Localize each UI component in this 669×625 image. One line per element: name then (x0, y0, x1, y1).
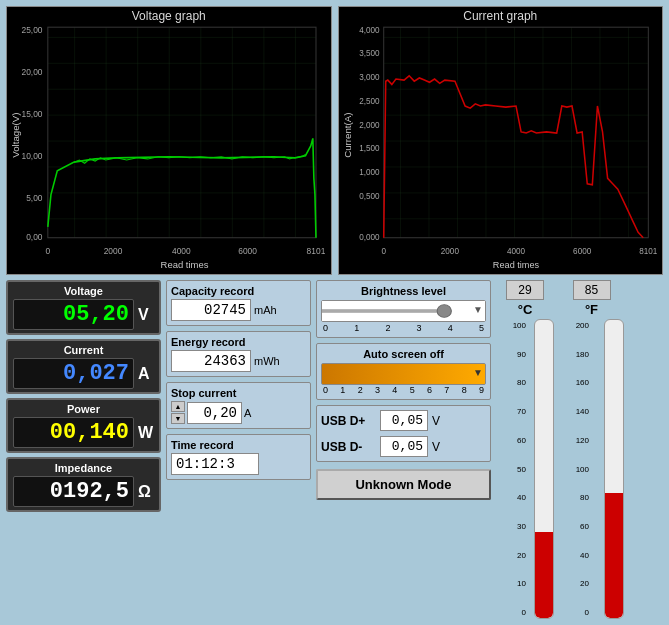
svg-text:4000: 4000 (506, 246, 524, 256)
auto-screen-label: Auto screen off (321, 348, 486, 360)
brightness-block: Brightness level ▼ 0 1 2 3 4 5 (316, 280, 491, 338)
celsius-tick-60: 60 (496, 436, 528, 445)
stop-current-down-btn[interactable]: ▼ (171, 413, 185, 424)
power-value-row: 00,140 W (13, 417, 154, 448)
svg-rect-0 (48, 27, 316, 238)
fahrenheit-scale: 200 180 160 140 120 100 80 60 40 20 0 (559, 319, 591, 619)
svg-rect-34 (322, 309, 444, 313)
svg-text:Read times: Read times (161, 259, 209, 270)
auto-screen-svg (322, 364, 485, 384)
celsius-tick-40: 40 (496, 493, 528, 502)
celsius-tick-90: 90 (496, 350, 528, 359)
stop-current-up-btn[interactable]: ▲ (171, 401, 185, 412)
svg-text:Voltage(V): Voltage(V) (11, 112, 21, 157)
usb-dminus-input[interactable] (380, 436, 428, 457)
svg-rect-15 (383, 27, 648, 238)
svg-rect-37 (322, 364, 485, 384)
usb-dminus-unit: V (432, 440, 440, 454)
capacity-input[interactable] (171, 299, 251, 321)
celsius-tick-20: 20 (496, 551, 528, 560)
fahrenheit-fill (605, 493, 623, 618)
voltage-graph-title: Voltage graph (7, 9, 331, 23)
brightness-dropdown-arrow[interactable]: ▼ (473, 304, 483, 315)
celsius-tick-50: 50 (496, 465, 528, 474)
impedance-block: Impedance 0192,5 Ω (6, 457, 161, 512)
fahrenheit-tick-0: 0 (559, 608, 591, 617)
fahrenheit-tick-40: 40 (559, 551, 591, 560)
celsius-tick-0: 0 (496, 608, 528, 617)
auto-screen-dropdown-arrow[interactable]: ▼ (473, 367, 483, 378)
usb-block: USB D+ V USB D- V (316, 405, 491, 462)
fahrenheit-tick-80: 80 (559, 493, 591, 502)
capacity-unit: mAh (254, 304, 277, 316)
auto-screen-slider-container[interactable]: ▼ (321, 363, 486, 385)
bottom-row: Voltage 05,20 V Current 0,027 A Power 00… (6, 280, 663, 619)
celsius-tick-30: 30 (496, 522, 528, 531)
auto-screen-ticks: 0 1 2 3 4 5 6 7 8 9 (321, 385, 486, 395)
fahrenheit-value-input[interactable] (573, 280, 611, 300)
usb-dplus-unit: V (432, 414, 440, 428)
usb-dminus-label: USB D- (321, 440, 376, 454)
energy-unit: mWh (254, 355, 280, 367)
svg-text:5,00: 5,00 (26, 193, 43, 203)
fahrenheit-tick-100: 100 (559, 465, 591, 474)
fahrenheit-tick-120: 120 (559, 436, 591, 445)
fahrenheit-thermo-wrapper: 200 180 160 140 120 100 80 60 40 20 0 (559, 319, 624, 619)
stop-current-input[interactable] (187, 402, 242, 424)
stop-current-block: Stop current ▲ ▼ A (166, 382, 311, 429)
celsius-unit: °C (518, 302, 533, 317)
brightness-slider-svg (322, 301, 485, 321)
time-record-label: Time record (171, 439, 306, 451)
capacity-label: Capacity record (171, 285, 306, 297)
celsius-tick-80: 80 (496, 378, 528, 387)
current-unit: A (138, 365, 154, 383)
energy-input[interactable] (171, 350, 251, 372)
power-label: Power (13, 403, 154, 415)
svg-point-35 (437, 305, 451, 318)
svg-text:1,500: 1,500 (359, 143, 380, 153)
voltage-label: Voltage (13, 285, 154, 297)
capacity-input-row: mAh (171, 299, 306, 321)
power-display: 00,140 (13, 417, 134, 448)
svg-text:6000: 6000 (573, 246, 591, 256)
power-block: Power 00,140 W (6, 398, 161, 453)
voltage-value-row: 05,20 V (13, 299, 154, 330)
time-input[interactable] (171, 453, 259, 475)
brightness-slider-container[interactable]: ▼ (321, 300, 486, 322)
left-panel: Voltage 05,20 V Current 0,027 A Power 00… (6, 280, 161, 619)
svg-text:4,000: 4,000 (359, 24, 380, 34)
voltage-graph-svg: 25,00 20,00 15,00 10,00 5,00 0,00 0 2000… (11, 11, 327, 270)
unknown-mode-button[interactable]: Unknown Mode (316, 469, 491, 500)
svg-text:Current(A): Current(A) (343, 112, 353, 157)
usb-dplus-input[interactable] (380, 410, 428, 431)
celsius-fill (535, 532, 553, 618)
fahrenheit-tick-140: 140 (559, 407, 591, 416)
energy-block: Energy record mWh (166, 331, 311, 377)
stop-current-label: Stop current (171, 387, 306, 399)
fahrenheit-thermo-column: °F 200 180 160 140 120 100 80 60 40 20 (559, 280, 624, 619)
energy-label: Energy record (171, 336, 306, 348)
time-record-block: Time record (166, 434, 311, 480)
current-block: Current 0,027 A (6, 339, 161, 394)
svg-text:10,00: 10,00 (22, 151, 43, 161)
svg-text:3,000: 3,000 (359, 72, 380, 82)
stop-current-unit: A (244, 407, 251, 419)
impedance-display: 0192,5 (13, 476, 134, 507)
usb-dplus-row: USB D+ V (321, 410, 486, 431)
celsius-tick-10: 10 (496, 579, 528, 588)
celsius-value-input[interactable] (506, 280, 544, 300)
main-container: Voltage graph 25,00 20,00 15,00 10,00 5,… (0, 0, 669, 625)
voltage-graph-container: Voltage graph 25,00 20,00 15,00 10,00 5,… (6, 6, 332, 275)
current-graph-container: Current graph 4,000 3,500 3,000 2,500 2,… (338, 6, 664, 275)
current-graph-svg: 4,000 3,500 3,000 2,500 2,000 1,500 1,00… (343, 11, 659, 270)
svg-text:0,500: 0,500 (359, 191, 380, 201)
voltage-block: Voltage 05,20 V (6, 280, 161, 335)
celsius-tube (534, 319, 554, 619)
fahrenheit-unit: °F (585, 302, 598, 317)
svg-text:25,00: 25,00 (22, 24, 43, 34)
svg-text:0: 0 (45, 246, 50, 256)
stop-current-input-row: ▲ ▼ A (171, 401, 306, 424)
usb-dminus-row: USB D- V (321, 436, 486, 457)
current-label: Current (13, 344, 154, 356)
brightness-label: Brightness level (321, 285, 486, 297)
